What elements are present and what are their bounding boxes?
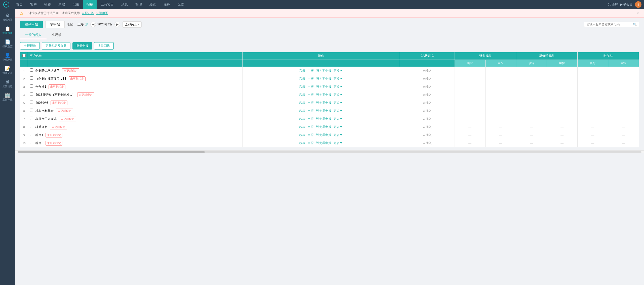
op-tax-table-1[interactable]: 税表 <box>299 77 305 80</box>
op-more-6[interactable]: 更多▼ <box>334 117 343 121</box>
op-more-9[interactable]: 更多▼ <box>334 141 343 145</box>
fullscreen-btn[interactable]: ⛶ 全屏 <box>608 3 618 7</box>
row-fill2-4: — <box>516 99 547 107</box>
op-submit-9[interactable]: 申报 <box>308 141 314 145</box>
nav-item-工商项目[interactable]: 工商项目 <box>97 0 117 9</box>
op-more-1[interactable]: 更多▼ <box>334 77 343 80</box>
row-select-5[interactable] <box>30 109 33 112</box>
scrollbar-track[interactable] <box>18 151 641 153</box>
nav-item-票据[interactable]: 票据 <box>55 0 68 9</box>
op-submit-0[interactable]: 申报 <box>308 69 314 72</box>
staff-select[interactable]: 全部员工 ▾ <box>123 21 142 28</box>
action-btn-3[interactable]: 收取回执 <box>94 42 114 50</box>
period-prev[interactable]: ◀ <box>90 22 96 27</box>
avatar[interactable]: S <box>635 1 641 8</box>
nav-item-客户[interactable]: 客户 <box>27 0 40 9</box>
op-submit-3[interactable]: 申报 <box>308 93 314 97</box>
row-select-0[interactable] <box>30 68 33 72</box>
op-zero-6[interactable]: 设为零申报 <box>316 117 331 121</box>
sidebar-item-1[interactable]: 📋 批量报税 <box>1 24 14 37</box>
op-more-0[interactable]: 更多▼ <box>334 69 343 72</box>
row-select-8[interactable] <box>30 133 33 136</box>
nav-item-记账[interactable]: 记账 <box>69 0 83 9</box>
row-select-7[interactable] <box>30 125 33 128</box>
op-zero-1[interactable]: 设为零申报 <box>316 77 331 80</box>
action-btn-1[interactable]: 更新税定及取数 <box>42 42 70 50</box>
op-tax-table-9[interactable]: 税表 <box>299 141 305 145</box>
op-tax-table-3[interactable]: 税表 <box>299 93 305 97</box>
action-btn-2[interactable]: 批量申报 <box>72 42 92 50</box>
sidebar-item-6[interactable]: 🏢 工商年报 <box>1 91 14 103</box>
banner-link1[interactable]: 申报汇签 <box>82 11 94 15</box>
op-zero-9[interactable]: 设为零申报 <box>316 141 331 145</box>
nav-item-服务[interactable]: 服务 <box>160 0 174 9</box>
nav-item-收费[interactable]: 收费 <box>41 0 54 9</box>
banner-close[interactable]: × <box>637 11 639 15</box>
scrollbar-thumb[interactable] <box>18 151 205 153</box>
row-ca-4: 未插入 <box>400 99 455 107</box>
nav-item-管理[interactable]: 管理 <box>132 0 145 9</box>
sidebar-item-0[interactable]: ⚙ 报税设置 <box>1 11 14 23</box>
sidebar: ⚙ 报税设置📋 批量报税📄 报税总览👤 个税申报📝 报税记录🖩 汇算清缴🏢 工商… <box>0 9 15 285</box>
sidebar-item-2[interactable]: 📄 报税总览 <box>1 38 14 50</box>
op-more-4[interactable]: 更多▼ <box>334 101 343 105</box>
row-select-2[interactable] <box>30 84 33 88</box>
sidebar-item-4[interactable]: 📝 报税记录 <box>1 64 14 77</box>
upgrade-btn[interactable]: ▶ 畅会员 <box>620 3 632 7</box>
sidebar-item-3[interactable]: 👤 个税申报 <box>1 51 14 63</box>
row-select-1[interactable] <box>30 76 33 80</box>
op-zero-2[interactable]: 设为零申报 <box>316 85 331 88</box>
info-icon[interactable]: ⓘ <box>85 22 88 27</box>
op-submit-8[interactable]: 申报 <box>308 133 314 137</box>
op-more-5[interactable]: 更多▼ <box>334 109 343 113</box>
op-tax-table-7[interactable]: 税表 <box>299 125 305 129</box>
sub-tab-1[interactable]: 小规模 <box>47 31 66 39</box>
tab-1[interactable]: 零申报 <box>45 21 65 28</box>
row-sub2-5: — <box>547 107 577 115</box>
nav-item-消息[interactable]: 消息 <box>118 0 131 9</box>
op-submit-6[interactable]: 申报 <box>308 117 314 121</box>
op-more-3[interactable]: 更多▼ <box>334 93 343 97</box>
op-tax-table-8[interactable]: 税表 <box>299 133 305 137</box>
op-zero-5[interactable]: 设为零申报 <box>316 109 331 113</box>
op-zero-0[interactable]: 设为零申报 <box>316 69 331 72</box>
banner-link2[interactable]: 立即购买 <box>96 11 108 15</box>
nav-item-报税[interactable]: 报税 <box>83 0 97 9</box>
op-submit-4[interactable]: 申报 <box>308 101 314 105</box>
status-badge-3: 未更新税定 <box>77 92 94 97</box>
search-icon[interactable]: 🔍 <box>633 23 637 26</box>
row-select-3[interactable] <box>30 92 33 96</box>
op-more-8[interactable]: 更多▼ <box>334 133 343 137</box>
op-tax-table-6[interactable]: 税表 <box>299 117 305 121</box>
nav-item-经营[interactable]: 经营 <box>146 0 159 9</box>
op-submit-2[interactable]: 申报 <box>308 85 314 88</box>
op-more-2[interactable]: 更多▼ <box>334 85 343 88</box>
period-next[interactable]: ▶ <box>114 22 120 27</box>
action-btn-0[interactable]: 申报记录 <box>20 42 40 50</box>
row-select-9[interactable] <box>30 141 33 144</box>
nav-item-设置[interactable]: 设置 <box>174 0 188 9</box>
row-select-6[interactable] <box>30 117 33 120</box>
op-zero-7[interactable]: 设为零申报 <box>316 125 331 129</box>
select-all-checkbox[interactable] <box>22 54 26 57</box>
row-select-4[interactable] <box>30 101 33 104</box>
sub-tab-0[interactable]: 一般的税人 <box>20 31 47 39</box>
op-more-7[interactable]: 更多▼ <box>334 125 343 129</box>
op-submit-1[interactable]: 申报 <box>308 77 314 80</box>
tab-0[interactable]: 税款申报 <box>20 21 43 28</box>
row-fill1-6: — <box>455 115 485 123</box>
op-tax-table-5[interactable]: 税表 <box>299 109 305 113</box>
op-submit-5[interactable]: 申报 <box>308 109 314 113</box>
nav-item-首页[interactable]: 首页 <box>13 0 26 9</box>
horizontal-scrollbar[interactable] <box>15 150 644 153</box>
op-zero-3[interactable]: 设为零申报 <box>316 93 331 97</box>
sidebar-item-5[interactable]: 🖩 汇算清缴 <box>1 78 14 90</box>
op-zero-4[interactable]: 设为零申报 <box>316 101 331 105</box>
row-ops-3: 税表 申报 设为零申报 更多▼ <box>242 91 400 99</box>
op-submit-7[interactable]: 申报 <box>308 125 314 129</box>
search-input[interactable] <box>586 23 632 26</box>
op-zero-8[interactable]: 设为零申报 <box>316 133 331 137</box>
op-tax-table-0[interactable]: 税表 <box>299 69 305 72</box>
op-tax-table-4[interactable]: 税表 <box>299 101 305 105</box>
op-tax-table-2[interactable]: 税表 <box>299 85 305 88</box>
